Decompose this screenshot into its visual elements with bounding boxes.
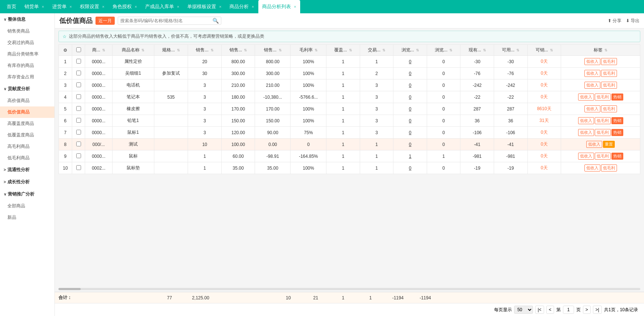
- sale-day-value: 0天: [541, 94, 548, 99]
- col-view1[interactable]: 浏览... ⇅: [393, 45, 427, 56]
- close-icon[interactable]: ×: [135, 4, 137, 9]
- search-icon[interactable]: 🔍: [212, 18, 219, 24]
- nav-sales[interactable]: 销货单 ×: [21, 0, 48, 13]
- sidebar-item-new-products[interactable]: 新品: [0, 212, 54, 223]
- close-icon[interactable]: ×: [252, 4, 254, 9]
- close-icon[interactable]: ×: [294, 4, 296, 9]
- nav-home[interactable]: 首页: [3, 0, 20, 13]
- row-checkbox[interactable]: [76, 71, 81, 75]
- sidebar-item-high-value[interactable]: 高价值商品: [0, 95, 54, 106]
- nav-products-in[interactable]: 产成品入库单 ×: [141, 0, 183, 13]
- nav-template[interactable]: 单据模板设置 ×: [184, 0, 225, 13]
- row-checkbox[interactable]: [76, 82, 81, 87]
- sidebar-item-traded-products[interactable]: 交易过的商品: [0, 37, 54, 48]
- view1-link[interactable]: 0: [409, 130, 412, 135]
- sidebar-item-category-rate[interactable]: 商品分类销售率: [0, 48, 54, 60]
- row-checkbox[interactable]: [76, 59, 81, 64]
- table-row: 70000...鼠标13120.0090.0075%1300-106-1060天…: [59, 127, 640, 139]
- product-tag: 低毛利: [595, 153, 611, 160]
- row-checkbox[interactable]: [76, 142, 81, 146]
- horizontal-scrollbar[interactable]: [58, 288, 640, 290]
- col-sale-amount[interactable]: 销售... ⇅: [221, 45, 255, 56]
- col-code[interactable]: 商... ⇅: [85, 45, 112, 56]
- sale-day-cell: 0天: [527, 162, 561, 174]
- sidebar-item-low-margin[interactable]: 低毛利商品: [0, 152, 54, 164]
- col-spec[interactable]: 规格... ⇅: [154, 45, 188, 56]
- col-saleable[interactable]: 可销... ⇅: [527, 45, 561, 56]
- select-all-checkbox[interactable]: [76, 47, 81, 52]
- view1-link[interactable]: 0: [409, 118, 412, 123]
- view1-link[interactable]: 0: [409, 142, 412, 147]
- nav-product-analysis-list[interactable]: 商品分析列表 ×: [258, 0, 300, 13]
- sidebar-item-all-products[interactable]: 全部商品: [0, 200, 54, 212]
- nav-roles[interactable]: 角色授权 ×: [109, 0, 141, 13]
- nav-permissions[interactable]: 权限设置 ×: [76, 0, 108, 13]
- close-icon[interactable]: ×: [42, 4, 44, 9]
- footer-sale-amount: 2,125.00: [186, 295, 215, 300]
- row-checkbox[interactable]: [76, 106, 81, 111]
- sidebar-item-stock-products[interactable]: 有库存的商品: [0, 60, 54, 71]
- sidebar-group-marketing[interactable]: ∨ 营销推广分析: [0, 188, 54, 200]
- first-page-button[interactable]: |<: [535, 306, 544, 314]
- table-wrapper[interactable]: ⚙ 商... ⇅ 商品名称 ⇅ 规格... ⇅ 销售... ⇅ 销售... ⇅ …: [58, 44, 640, 288]
- row-checkbox[interactable]: [76, 165, 81, 170]
- sidebar-item-capital[interactable]: 库存资金占用: [0, 71, 54, 83]
- col-sale-qty[interactable]: 销售... ⇅: [188, 45, 222, 56]
- close-icon[interactable]: ×: [102, 4, 104, 9]
- tags-cell: 低收入重置: [561, 139, 640, 150]
- close-icon[interactable]: ×: [219, 4, 221, 9]
- share-button[interactable]: ⬆ 分享: [608, 18, 621, 24]
- row-checkbox[interactable]: [76, 153, 81, 158]
- row-checkbox[interactable]: [76, 130, 81, 135]
- view1-link[interactable]: 0: [409, 83, 412, 88]
- export-button[interactable]: ⬇ 导出: [626, 18, 640, 24]
- last-page-button[interactable]: >|: [593, 306, 602, 314]
- col-view2[interactable]: 浏览... ⇅: [427, 45, 460, 56]
- nav-product-analysis[interactable]: 商品分析 ×: [226, 0, 258, 13]
- col-available[interactable]: 可用... ⇅: [494, 45, 528, 56]
- col-sale-profit[interactable]: 销售... ⇅: [255, 45, 291, 56]
- page-size-label: 每页显示: [494, 307, 512, 313]
- close-icon[interactable]: ×: [177, 4, 179, 9]
- pagination-bar: 每页显示 50 100 200 |< < 第 页 > >| 共1页，10条记录: [55, 303, 644, 316]
- sale-day-value: 31天: [540, 118, 549, 123]
- prev-page-button[interactable]: <: [546, 306, 554, 314]
- page-number-input[interactable]: [563, 306, 574, 314]
- page-label: 第: [556, 307, 561, 313]
- sidebar-item-high-coverage[interactable]: 高覆盖度商品: [0, 118, 54, 129]
- sidebar-group-circulation[interactable]: > 流通性分析: [0, 164, 54, 176]
- product-tag: 低毛利: [595, 129, 611, 136]
- row-checkbox[interactable]: [76, 94, 81, 99]
- col-gross-rate[interactable]: 毛利率 ⇅: [291, 45, 326, 56]
- sidebar-item-high-margin[interactable]: 高毛利商品: [0, 141, 54, 152]
- col-settings[interactable]: ⚙: [59, 45, 72, 56]
- view1-link[interactable]: 0: [409, 71, 412, 76]
- sidebar-item-low-value[interactable]: 低价值商品: [0, 106, 54, 118]
- col-name[interactable]: 商品名称 ⇅: [112, 45, 154, 56]
- sidebar-group-overall[interactable]: ∨ 整体信息: [0, 13, 54, 26]
- close-icon[interactable]: ×: [70, 4, 72, 9]
- view1-link[interactable]: 1: [409, 154, 412, 159]
- row-checkbox[interactable]: [76, 118, 81, 123]
- sale-day-value: 0天: [541, 71, 548, 76]
- footer-label: 合计：: [58, 295, 72, 301]
- sidebar-item-low-coverage[interactable]: 低覆盖度商品: [0, 129, 54, 141]
- page-size-select[interactable]: 50 100 200: [514, 306, 533, 314]
- col-trade[interactable]: 交易... ⇅: [360, 45, 393, 56]
- view1-link[interactable]: 0: [409, 166, 412, 171]
- view1-link[interactable]: 0: [409, 95, 412, 100]
- col-checkbox[interactable]: [72, 45, 85, 56]
- col-tags[interactable]: 标签 ⇅: [561, 45, 640, 56]
- col-coverage[interactable]: 覆盖... ⇅: [326, 45, 360, 56]
- search-input[interactable]: [120, 18, 212, 23]
- nav-purchase[interactable]: 进货单 ×: [48, 0, 76, 13]
- sidebar-group-growth[interactable]: > 成长性分析: [0, 176, 54, 188]
- filter-recent-month-button[interactable]: 近一月: [95, 17, 115, 25]
- sidebar-item-sales-products[interactable]: 销售类商品: [0, 26, 54, 37]
- view1-link[interactable]: 0: [409, 59, 412, 64]
- next-page-button[interactable]: >: [583, 306, 591, 314]
- col-current[interactable]: 现有... ⇅: [460, 45, 494, 56]
- scrollbar-thumb[interactable]: [58, 288, 81, 290]
- sidebar-group-contribution[interactable]: ∨ 贡献度分析: [0, 83, 54, 95]
- view1-link[interactable]: 0: [409, 106, 412, 112]
